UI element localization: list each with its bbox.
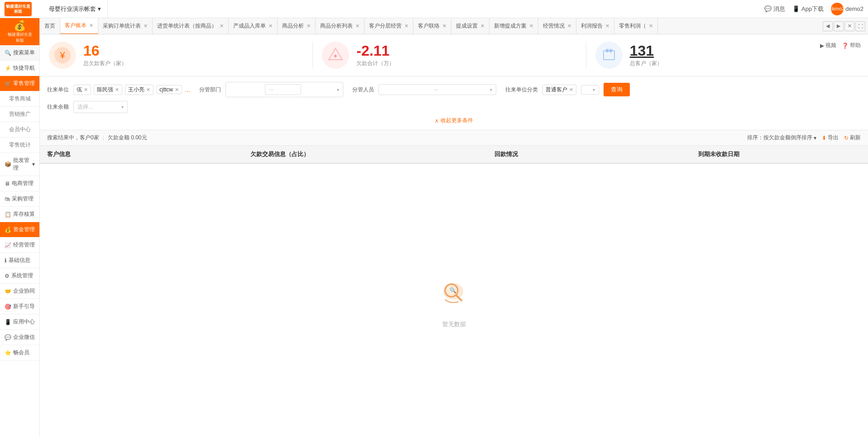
sidebar-item-enterprise-wechat[interactable]: 💬 企业微信: [0, 330, 39, 345]
tab-close-product-inbound[interactable]: ✕: [269, 23, 273, 29]
sidebar-item-batch-mgmt[interactable]: 📦 批发管理: [0, 153, 39, 176]
filter-tag-3-close[interactable]: ✕: [175, 87, 179, 93]
card-2-label: 欠款合计（万）: [356, 60, 394, 67]
avatar: demo2: [831, 3, 844, 15]
summary-card-debt: ✦ -2.11 欠款合计（万）: [322, 42, 586, 69]
tab-promotion-settings[interactable]: 提成设置 ✕: [451, 18, 489, 34]
tab-customer-contact[interactable]: 客户联络 ✕: [413, 18, 451, 34]
remainder-select[interactable]: 选择... ▾: [73, 101, 128, 113]
summary-card-total: 131 总客户（家）: [595, 42, 859, 69]
sidebar-item-inventory[interactable]: 📋 库存核算: [0, 207, 39, 222]
total-icon-svg: [600, 46, 618, 64]
svg-rect-4: [604, 51, 614, 60]
tab-close-promotion-settings[interactable]: ✕: [480, 23, 484, 29]
tab-home[interactable]: 首页: [40, 18, 60, 34]
account-selector[interactable]: 母婴行业演示帐套 ▾: [44, 0, 108, 18]
filter-tag-unit-type-0[interactable]: 普通客户 ✕: [542, 85, 576, 95]
message-button[interactable]: 💬 消息: [764, 5, 785, 13]
sidebar-item-basic-info[interactable]: ℹ 基础信息: [0, 253, 39, 268]
sidebar-item-marketing[interactable]: 营销推广: [0, 107, 39, 122]
export-button[interactable]: ⬇ 导出: [822, 134, 839, 142]
query-button[interactable]: 查询: [604, 83, 630, 96]
tab-retail-profit[interactable]: 零售利润（ ✕: [614, 18, 658, 34]
unit-type-tag-text: 普通客户: [546, 86, 567, 94]
chevron-down-icon: ▾: [98, 5, 101, 12]
sidebar-item-member-center[interactable]: 会员中心: [0, 122, 39, 138]
filter-tag-1-close[interactable]: ✕: [115, 87, 119, 93]
tab-product-analysis[interactable]: 商品分析 ✕: [278, 18, 316, 34]
tab-close-customer-contact[interactable]: ✕: [442, 23, 446, 29]
tab-customer-tier[interactable]: 客户分层经营 ✕: [364, 18, 413, 34]
sidebar-item-quick-nav[interactable]: ⚡ 快捷导航: [0, 61, 39, 76]
sidebar-item-new-guide[interactable]: 🎯 新手引导: [0, 299, 39, 314]
tab-close-customer-tier[interactable]: ✕: [404, 23, 408, 29]
sidebar-item-enterprise-coop[interactable]: 🤝 企业协同: [0, 284, 39, 299]
tab-incoming-stats[interactable]: 进货单统计表（按商品） ✕: [153, 18, 229, 34]
more-unit-tags-button[interactable]: ...: [185, 86, 190, 93]
unit-type-tags: 普通客户 ✕: [542, 85, 576, 95]
tab-purchase-order[interactable]: 采购订单统计表 ✕: [98, 18, 153, 34]
refresh-icon: ↻: [844, 135, 849, 141]
filter-tag-0-close[interactable]: ✕: [84, 87, 88, 93]
sidebar-item-retail-mgmt[interactable]: 🛒 零售管理: [0, 76, 39, 91]
filter-tag-unit-2[interactable]: 王小亮 ✕: [125, 85, 153, 95]
tab-business-status[interactable]: 经营情况 ✕: [538, 18, 576, 34]
sort-arrow-icon: ▾: [814, 135, 816, 141]
sidebar-item-finance[interactable]: 💰 资金管理: [0, 222, 39, 238]
summary-bar: ▶ 视频 ❓ 帮助 ¥: [40, 34, 868, 76]
summary-card-customers: ¥ 16 总欠款客户（家）: [49, 42, 313, 69]
filter-tag-2-text: 王小亮: [128, 86, 144, 94]
tab-expand-button[interactable]: ⛶: [855, 21, 865, 31]
tab-close-retail-profit[interactable]: ✕: [649, 23, 653, 29]
help-icon: ❓: [842, 43, 849, 49]
sidebar-item-purchase[interactable]: 🛍 采购管理: [0, 191, 39, 207]
tab-next-button[interactable]: ▶: [834, 21, 844, 31]
sort-button[interactable]: 排序：按欠款金额倒序排序 ▾: [747, 134, 816, 142]
card-3-value: 131: [630, 43, 662, 58]
person-dropdown-arrow: ▾: [490, 87, 492, 92]
filter-tag-unit-0[interactable]: 佤 ✕: [73, 85, 91, 95]
user-avatar-button[interactable]: demo2 demo2: [831, 3, 863, 15]
sidebar-item-ecommerce[interactable]: 🖥 电商管理: [0, 176, 39, 191]
filter-tag-2-close[interactable]: ✕: [146, 87, 150, 93]
unit-type-dropdown[interactable]: ▾: [581, 85, 599, 95]
tab-close-business-status[interactable]: ✕: [567, 23, 571, 29]
tab-product-analysis-list[interactable]: 商品分析列表 ✕: [316, 18, 364, 34]
dept-select[interactable]: ··· ▾: [225, 82, 343, 97]
video-help-link[interactable]: ▶ 视频: [820, 42, 836, 49]
tab-prev-button[interactable]: ◀: [823, 21, 833, 31]
tab-close-product-analysis[interactable]: ✕: [307, 23, 311, 29]
refresh-button[interactable]: ↻ 刷新: [844, 134, 861, 142]
content-area: 首页 客户账本 ✕ 采购订单统计表 ✕ 进货单统计表（按商品） ✕ 产成品入库单…: [40, 18, 868, 437]
sidebar-item-system[interactable]: ⚙ 系统管理: [0, 268, 39, 284]
sidebar-item-retail-mall[interactable]: 零售商城: [0, 91, 39, 107]
sidebar-logo[interactable]: 💰 畅捷通好生意 标版: [0, 18, 39, 45]
tab-profit-report[interactable]: 利润报告 ✕: [576, 18, 614, 34]
app-download-button[interactable]: 📱 App下载: [792, 5, 824, 13]
tab-new-promotion-plan[interactable]: 新增提成方案 ✕: [489, 18, 538, 34]
filter-tag-unit-3[interactable]: cjttcw ✕: [156, 85, 182, 94]
unit-type-tag-close[interactable]: ✕: [569, 87, 573, 93]
person-select[interactable]: ··· ▾: [379, 84, 496, 95]
tab-close-new-promotion-plan[interactable]: ✕: [529, 23, 533, 29]
sidebar-item-app-center[interactable]: 📱 应用中心: [0, 314, 39, 330]
help-link[interactable]: ❓ 帮助: [842, 42, 861, 49]
logo-image: 畅捷通好生意 标版: [5, 2, 32, 16]
tab-close-profit-report[interactable]: ✕: [605, 23, 609, 29]
tab-close-incoming-stats[interactable]: ✕: [220, 23, 224, 29]
sidebar-item-search-menu[interactable]: 🔍 搜索菜单: [0, 45, 39, 61]
tab-customer-account[interactable]: 客户账本 ✕: [60, 18, 98, 34]
download-icon: 📱: [792, 5, 800, 12]
sidebar-item-operation[interactable]: 📈 经营管理: [0, 238, 39, 253]
tab-close-purchase-order[interactable]: ✕: [144, 23, 148, 29]
tab-close-all-button[interactable]: ✕: [844, 21, 854, 31]
tab-close-customer-account[interactable]: ✕: [89, 23, 93, 28]
sidebar-item-vip[interactable]: ⭐ 畅会员: [0, 345, 39, 361]
sidebar-item-retail-stats[interactable]: 零售统计: [0, 138, 39, 153]
empty-state-icon: 🔍: [436, 272, 472, 309]
tab-product-inbound[interactable]: 产成品入库单 ✕: [229, 18, 278, 34]
tab-close-product-analysis-list[interactable]: ✕: [355, 23, 360, 29]
collapse-button[interactable]: ∧ 收起更多条件: [47, 117, 861, 124]
account-name: 母婴行业演示帐套: [49, 5, 96, 13]
filter-tag-unit-1[interactable]: 陈民强 ✕: [94, 85, 122, 95]
